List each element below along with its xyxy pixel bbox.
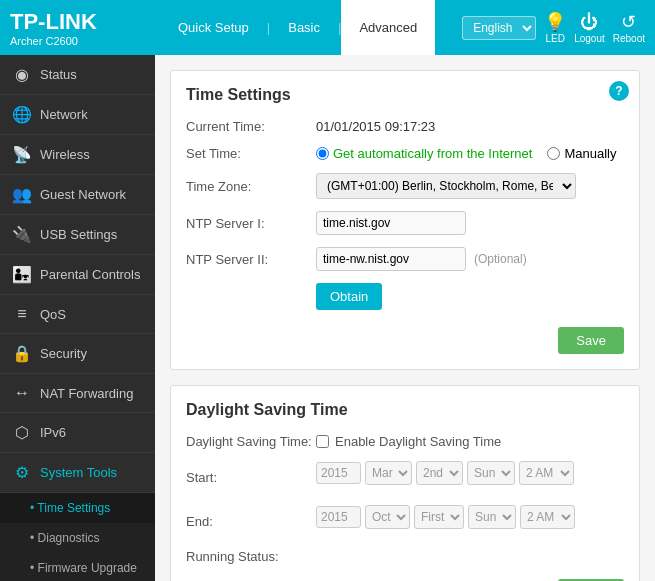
sidebar-label-network: Network bbox=[40, 107, 88, 122]
main-content: Time Settings ? Current Time: 01/01/2015… bbox=[155, 55, 655, 581]
dst-end-row: End: Oct First Sun 2 AM bbox=[186, 505, 624, 537]
running-status-label: Running Status: bbox=[186, 549, 316, 564]
qos-icon: ≡ bbox=[12, 305, 32, 323]
dst-end-week[interactable]: First bbox=[414, 505, 464, 529]
sub-label-time: Time Settings bbox=[37, 501, 110, 515]
sidebar-sub-diagnostics[interactable]: Diagnostics bbox=[0, 523, 155, 553]
guest-network-icon: 👥 bbox=[12, 185, 32, 204]
sidebar-item-network[interactable]: 🌐 Network bbox=[0, 95, 155, 135]
led-label: LED bbox=[545, 33, 564, 44]
reboot-icon: ↺ bbox=[621, 11, 636, 33]
wireless-icon: 📡 bbox=[12, 145, 32, 164]
sidebar-item-usb-settings[interactable]: 🔌 USB Settings bbox=[0, 215, 155, 255]
parental-icon: 👨‍👧 bbox=[12, 265, 32, 284]
logo-sub: Archer C2600 bbox=[10, 35, 160, 47]
nav-quick-setup[interactable]: Quick Setup bbox=[160, 0, 267, 55]
dst-start-month[interactable]: Mar bbox=[365, 461, 412, 485]
manually-radio-label[interactable]: Manually bbox=[547, 146, 616, 161]
ntp1-row: NTP Server I: bbox=[186, 211, 624, 235]
current-time-row: Current Time: 01/01/2015 09:17:23 bbox=[186, 119, 624, 134]
dst-start-day[interactable]: Sun bbox=[467, 461, 515, 485]
ntp1-input[interactable] bbox=[316, 211, 466, 235]
current-time-value: 01/01/2015 09:17:23 bbox=[316, 119, 435, 134]
logo-area: TP-LINK Archer C2600 bbox=[10, 9, 160, 47]
logo-tp: TP-LINK bbox=[10, 9, 160, 35]
sidebar-label-guest-network: Guest Network bbox=[40, 187, 126, 202]
ntp1-label: NTP Server I: bbox=[186, 216, 316, 231]
dst-start-week[interactable]: 2nd bbox=[416, 461, 463, 485]
logout-label: Logout bbox=[574, 33, 605, 44]
sidebar-sub-time-settings[interactable]: Time Settings bbox=[0, 493, 155, 523]
ntp2-label: NTP Server II: bbox=[186, 252, 316, 267]
dst-title: Daylight Saving Time bbox=[186, 401, 624, 419]
sidebar-label-qos: QoS bbox=[40, 307, 66, 322]
header: TP-LINK Archer C2600 Quick Setup | Basic… bbox=[0, 0, 655, 55]
sidebar-item-status[interactable]: ◉ Status bbox=[0, 55, 155, 95]
timezone-select[interactable]: (GMT+01:00) Berlin, Stockholm, Rome, Ber… bbox=[316, 173, 576, 199]
led-icon: 💡 bbox=[544, 11, 566, 33]
nav-basic[interactable]: Basic bbox=[270, 0, 338, 55]
sidebar-sub-firmware[interactable]: Firmware Upgrade bbox=[0, 553, 155, 581]
timezone-row: Time Zone: (GMT+01:00) Berlin, Stockholm… bbox=[186, 173, 624, 199]
save-row-2: Save bbox=[186, 574, 624, 581]
dst-enable-row: Daylight Saving Time: Enable Daylight Sa… bbox=[186, 434, 624, 449]
language-select[interactable]: English bbox=[462, 16, 536, 40]
dst-start-row: Start: Mar 2nd Sun 2 AM bbox=[186, 461, 624, 493]
dst-start-grid: Mar 2nd Sun 2 AM bbox=[316, 461, 574, 485]
status-icon: ◉ bbox=[12, 65, 32, 84]
time-settings-title: Time Settings bbox=[186, 86, 624, 104]
save-row-1: Save bbox=[186, 322, 624, 354]
system-tools-icon: ⚙ bbox=[12, 463, 32, 482]
dst-end-year[interactable] bbox=[316, 506, 361, 528]
reboot-button[interactable]: ↺ Reboot bbox=[613, 11, 645, 44]
sidebar-item-system-tools[interactable]: ⚙ System Tools bbox=[0, 453, 155, 493]
manually-radio[interactable] bbox=[547, 147, 560, 160]
dst-end-time[interactable]: 2 AM bbox=[520, 505, 575, 529]
set-time-label: Set Time: bbox=[186, 146, 316, 161]
dst-end-month[interactable]: Oct bbox=[365, 505, 410, 529]
sidebar-label-nat: NAT Forwarding bbox=[40, 386, 133, 401]
header-right: English 💡 LED ⏻ Logout ↺ Reboot bbox=[462, 11, 645, 44]
auto-radio-label[interactable]: Get automatically from the Internet bbox=[316, 146, 532, 161]
reboot-label: Reboot bbox=[613, 33, 645, 44]
sidebar: ◉ Status 🌐 Network 📡 Wireless 👥 Guest Ne… bbox=[0, 55, 155, 581]
logout-button[interactable]: ⏻ Logout bbox=[574, 12, 605, 44]
dst-end-label: End: bbox=[186, 514, 316, 529]
set-time-row: Set Time: Get automatically from the Int… bbox=[186, 146, 624, 161]
layout: ◉ Status 🌐 Network 📡 Wireless 👥 Guest Ne… bbox=[0, 55, 655, 581]
led-button[interactable]: 💡 LED bbox=[544, 11, 566, 44]
sidebar-item-wireless[interactable]: 📡 Wireless bbox=[0, 135, 155, 175]
sidebar-item-nat[interactable]: ↔ NAT Forwarding bbox=[0, 374, 155, 413]
sidebar-label-ipv6: IPv6 bbox=[40, 425, 66, 440]
nav-advanced[interactable]: Advanced bbox=[341, 0, 435, 55]
sidebar-item-guest-network[interactable]: 👥 Guest Network bbox=[0, 175, 155, 215]
obtain-row: Obtain bbox=[186, 283, 624, 310]
dst-section: Daylight Saving Time Daylight Saving Tim… bbox=[170, 385, 640, 581]
sidebar-item-security[interactable]: 🔒 Security bbox=[0, 334, 155, 374]
sidebar-label-wireless: Wireless bbox=[40, 147, 90, 162]
help-icon[interactable]: ? bbox=[609, 81, 629, 101]
sidebar-label-parental: Parental Controls bbox=[40, 267, 140, 282]
usb-icon: 🔌 bbox=[12, 225, 32, 244]
sidebar-item-ipv6[interactable]: ⬡ IPv6 bbox=[0, 413, 155, 453]
dst-start-time[interactable]: 2 AM bbox=[519, 461, 574, 485]
obtain-button[interactable]: Obtain bbox=[316, 283, 382, 310]
sidebar-item-parental[interactable]: 👨‍👧 Parental Controls bbox=[0, 255, 155, 295]
sidebar-label-security: Security bbox=[40, 346, 87, 361]
dst-checkbox[interactable] bbox=[316, 435, 329, 448]
dst-enable-label: Enable Daylight Saving Time bbox=[335, 434, 501, 449]
time-settings-save-button[interactable]: Save bbox=[558, 327, 624, 354]
sidebar-label-status: Status bbox=[40, 67, 77, 82]
manually-radio-text: Manually bbox=[564, 146, 616, 161]
dst-checkbox-row: Enable Daylight Saving Time bbox=[316, 434, 501, 449]
sub-label-diagnostics: Diagnostics bbox=[38, 531, 100, 545]
sidebar-item-qos[interactable]: ≡ QoS bbox=[0, 295, 155, 334]
dst-start-year[interactable] bbox=[316, 462, 361, 484]
ipv6-icon: ⬡ bbox=[12, 423, 32, 442]
ntp2-input[interactable] bbox=[316, 247, 466, 271]
dst-start-label: Start: bbox=[186, 470, 316, 485]
dst-end-day[interactable]: Sun bbox=[468, 505, 516, 529]
auto-radio[interactable] bbox=[316, 147, 329, 160]
dst-end-grid: Oct First Sun 2 AM bbox=[316, 505, 575, 529]
ntp2-row: NTP Server II: (Optional) bbox=[186, 247, 624, 271]
